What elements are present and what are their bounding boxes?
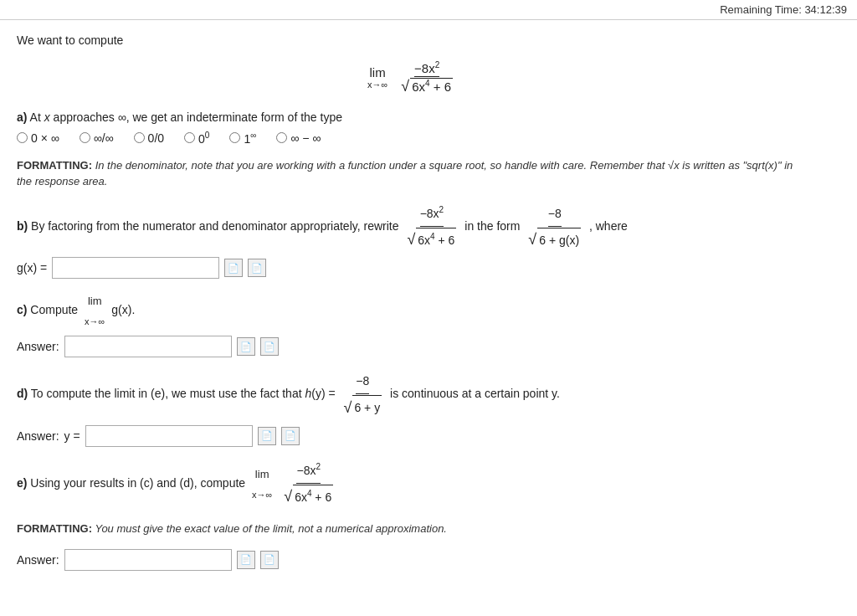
part-d-line: d) To compute the limit in (e), we must …	[17, 369, 803, 420]
part-c-func: g(x).	[111, 303, 135, 316]
part-e-frac: −8x2 √ 6x4 + 6	[284, 459, 333, 510]
part-a-label: a)	[17, 110, 27, 124]
part-d-answer-label: Answer:	[17, 429, 59, 443]
radio-item-1-inf[interactable]: 1∞	[229, 131, 256, 146]
main-frac: −8x2 √ 6x4 + 6	[401, 60, 453, 94]
radio-item-0-power-0[interactable]: 00	[184, 131, 209, 146]
part-b-form-den: √ 6 + g(x)	[528, 227, 581, 253]
radio-item-inf-inf[interactable]: ∞/∞	[80, 131, 114, 145]
radio-0x-inf[interactable]	[17, 132, 28, 143]
part-c-icon-2[interactable]: 📄	[260, 337, 279, 356]
part-c-icon-1[interactable]: 📄	[237, 337, 255, 356]
radio-item-inf-minus-inf[interactable]: ∞ − ∞	[276, 131, 321, 145]
main-frac-num: −8x2	[414, 60, 439, 77]
formatting-note-1: FORMATTING: In the denominator, note tha…	[17, 157, 803, 190]
part-b-section: b) By factoring from the numerator and d…	[17, 202, 803, 280]
gx-label: g(x) =	[17, 261, 47, 275]
gx-icon-2[interactable]: 📄	[248, 259, 266, 277]
radio-item-0-0[interactable]: 0/0	[134, 131, 164, 145]
part-d-text-before: To compute the limit in (e), we must use…	[31, 387, 305, 400]
part-d-icon-2[interactable]: 📄	[281, 427, 300, 445]
part-c-section: c) Compute lim x→∞ g(x). Answer: 📄 📄	[17, 290, 803, 357]
answer-e-icon-2[interactable]: 📄	[260, 551, 279, 569]
lim-block: lim x→∞	[367, 65, 387, 90]
formatting-text-2: You must give the exact value of the lim…	[95, 522, 447, 535]
part-a-text: At x approaches ∞, we get an indetermina…	[30, 110, 342, 124]
part-d-y-label: y =	[64, 429, 80, 443]
part-e-lim-block: lim x→∞	[252, 464, 272, 504]
part-d-icon-1[interactable]: 📄	[258, 427, 276, 445]
part-b-text-middle: in the form	[464, 219, 523, 233]
intro-section: We want to compute	[17, 33, 803, 47]
main-limit-expr: lim x→∞ −8x2 √ 6x4 + 6	[367, 60, 453, 94]
part-d-frac: −8 √ 6 + y	[344, 369, 382, 420]
part-b-form-num: −8	[548, 202, 562, 227]
gx-input[interactable]	[52, 257, 219, 279]
sqrt-e: √ 6x4 + 6	[284, 485, 333, 509]
answer-e-row: Answer: 📄 📄	[17, 549, 803, 571]
answer-e-icon-1[interactable]: 📄	[237, 551, 255, 569]
part-c-answer-row: Answer: 📄 📄	[17, 336, 803, 357]
part-c-lim-block: lim x→∞	[85, 290, 105, 331]
answer-e-input[interactable]	[64, 549, 232, 571]
part-d-text-after: is continuous at a certain point y.	[390, 387, 560, 400]
formatting-text-1: In the denominator, note that you are wo…	[17, 159, 793, 188]
top-bar: Remaining Time: 34:12:39	[0, 0, 857, 20]
sqrt-expr-main: √ 6x4 + 6	[401, 78, 453, 94]
part-b-line: b) By factoring from the numerator and d…	[17, 202, 803, 253]
part-e-section: e) Using your results in (c) and (d), co…	[17, 459, 803, 510]
part-d-input[interactable]	[85, 425, 253, 447]
sqrt-d: √ 6 + y	[344, 395, 382, 419]
main-content: We want to compute lim x→∞ −8x2 √ 6x4 + …	[0, 20, 820, 589]
remaining-time-label: Remaining Time:	[720, 3, 802, 16]
main-frac-den: √ 6x4 + 6	[401, 77, 453, 94]
lim-label: lim	[370, 65, 386, 80]
part-c-answer-label: Answer:	[17, 340, 59, 353]
radio-item-0x-inf[interactable]: 0 × ∞	[17, 131, 59, 145]
sqrt-b-1: √ 6x4 + 6	[407, 228, 456, 252]
part-c-line: c) Compute lim x→∞ g(x).	[17, 290, 803, 331]
radio-0-power-0[interactable]	[184, 132, 195, 143]
sqrt-content-main: 6x4 + 6	[410, 78, 453, 94]
part-d-frac-den: √ 6 + y	[344, 394, 382, 420]
part-d-answer-row: Answer: y = 📄 📄	[17, 425, 803, 447]
part-e-frac-den: √ 6x4 + 6	[284, 484, 333, 510]
part-b-text-before: By factoring from the numerator and deno…	[31, 219, 402, 233]
part-e-frac-num: −8x2	[296, 459, 321, 484]
part-d-section: d) To compute the limit in (e), we must …	[17, 369, 803, 447]
part-d-hy: h(y) =	[305, 387, 338, 400]
answer-e-label: Answer:	[17, 553, 59, 567]
gx-icon-1[interactable]: 📄	[224, 259, 243, 277]
formatting-label-2: FORMATTING:	[17, 522, 92, 535]
part-e-text: Using your results in (c) and (d), compu…	[30, 476, 249, 490]
part-e-line: e) Using your results in (c) and (d), co…	[17, 459, 803, 510]
remaining-time-value: 34:12:39	[804, 3, 847, 16]
part-b-frac-num: −8x2	[420, 202, 444, 227]
main-limit-display: lim x→∞ −8x2 √ 6x4 + 6	[17, 60, 803, 94]
part-a-section: a) At x approaches ∞, we get an indeterm…	[17, 110, 803, 146]
part-c-input[interactable]	[64, 336, 232, 357]
radio-inf-minus-inf[interactable]	[276, 132, 287, 143]
part-a-radio-group: 0 × ∞ ∞/∞ 0/0 00 1∞ ∞ − ∞	[17, 131, 803, 146]
part-d-frac-num: −8	[356, 369, 369, 394]
part-c-label: c)	[17, 303, 27, 316]
formatting-note-2: FORMATTING: You must give the exact valu…	[17, 521, 803, 537]
part-d-label: d)	[17, 387, 28, 400]
part-b-frac: −8x2 √ 6x4 + 6	[407, 202, 456, 253]
intro-text: We want to compute	[17, 33, 123, 47]
lim-sub: x→∞	[367, 80, 387, 90]
part-b-text-after: , where	[589, 219, 628, 233]
part-b-form-frac: −8 √ 6 + g(x)	[528, 202, 581, 253]
sqrt-b-2: √ 6 + g(x)	[528, 228, 581, 252]
radio-inf-inf[interactable]	[80, 132, 90, 143]
part-b-answer-row: g(x) = 📄 📄	[17, 257, 803, 279]
formatting-label-1: FORMATTING:	[17, 159, 92, 172]
radio-0-0[interactable]	[134, 132, 145, 143]
part-b-frac-den: √ 6x4 + 6	[407, 227, 456, 253]
part-c-text: Compute	[30, 303, 81, 316]
part-e-label: e)	[17, 476, 27, 490]
part-b-label: b)	[17, 219, 28, 233]
radio-1-inf[interactable]	[229, 132, 240, 143]
